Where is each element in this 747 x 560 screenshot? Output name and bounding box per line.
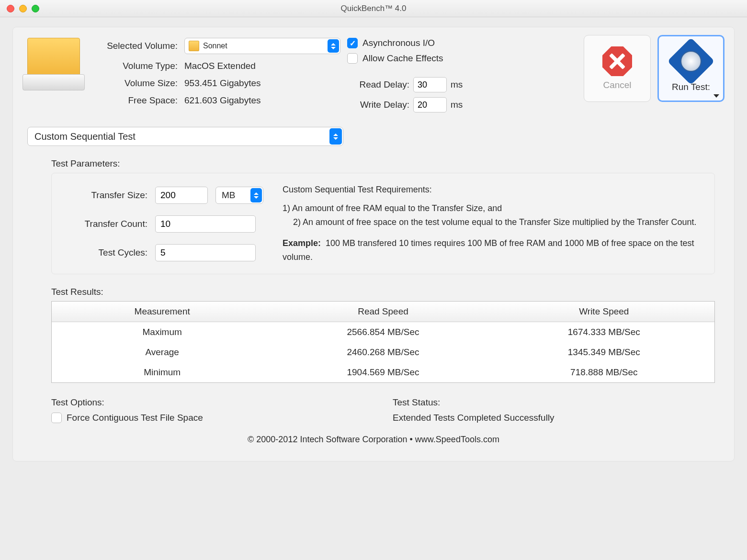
selected-volume-label: Selected Volume: xyxy=(91,41,178,51)
read-delay-input[interactable] xyxy=(413,77,447,92)
dropdown-stepper-icon xyxy=(250,188,262,202)
test-results-label: Test Results: xyxy=(51,287,724,297)
results-header-measurement: Measurement xyxy=(52,302,272,322)
cancel-icon xyxy=(602,46,632,76)
async-io-label: Asynchronous I/O xyxy=(362,38,435,48)
run-test-button[interactable]: Run Test: xyxy=(657,35,724,102)
test-options-label: Test Options: xyxy=(51,397,374,408)
drive-icon xyxy=(23,38,85,100)
test-status-group: Test Status: Extended Tests Completed Su… xyxy=(393,397,715,423)
app-window: QuickBench™ 4.0 Selected Volume: Sonnet xyxy=(0,0,747,466)
transfer-size-input[interactable] xyxy=(155,187,208,204)
dropdown-stepper-icon xyxy=(329,128,342,145)
test-type-select[interactable]: Custom Sequential Test xyxy=(27,127,343,146)
test-options-group: Test Options: Force Contiguous Test File… xyxy=(51,397,374,423)
requirements-line-2: 2) An amount of free space on the test v… xyxy=(283,215,705,229)
io-options: Asynchronous I/O Allow Cache Effects Rea… xyxy=(347,35,515,112)
requirements-title: Custom Sequential Test Requirements: xyxy=(283,183,705,197)
async-io-checkbox[interactable] xyxy=(347,38,358,48)
volume-type-label: Volume Type: xyxy=(91,61,178,71)
test-parameters-group: Transfer Size: MB Transfer Count: xyxy=(51,173,715,274)
test-parameters-label: Test Parameters: xyxy=(51,158,724,169)
async-io-checkbox-row: Asynchronous I/O xyxy=(347,38,515,48)
requirements-line-1: 1) An amount of free RAM equal to the Tr… xyxy=(283,202,705,215)
cancel-button-label: Cancel xyxy=(603,80,631,90)
results-table: Measurement Read Speed Write Speed Maxim… xyxy=(51,301,715,383)
volume-info: Selected Volume: Sonnet Volume Type: Mac… xyxy=(91,35,340,106)
test-status-text: Extended Tests Completed Successfully xyxy=(393,413,715,423)
title-bar: QuickBench™ 4.0 xyxy=(0,0,747,17)
test-cycles-label: Test Cycles: xyxy=(61,247,147,258)
cache-effects-checkbox[interactable] xyxy=(347,53,358,64)
table-row: Average 2460.268 MB/Sec 1345.349 MB/Sec xyxy=(52,342,714,362)
volume-select[interactable]: Sonnet xyxy=(184,38,340,54)
transfer-size-unit-value: MB xyxy=(222,190,236,201)
transfer-count-label: Transfer Count: xyxy=(61,219,147,229)
force-contiguous-label: Force Contiguous Test File Space xyxy=(67,413,203,423)
volume-type-value: MacOS Extended xyxy=(184,61,256,71)
results-header-row: Measurement Read Speed Write Speed xyxy=(52,302,714,322)
dropdown-stepper-icon xyxy=(328,39,339,53)
test-cycles-input[interactable] xyxy=(155,244,256,261)
example-label: Example: xyxy=(283,238,321,248)
read-delay-unit: ms xyxy=(451,79,463,90)
window-title: QuickBench™ 4.0 xyxy=(0,4,747,13)
requirements-text: Custom Sequential Test Requirements: 1) … xyxy=(278,183,705,264)
write-delay-input[interactable] xyxy=(413,97,447,112)
results-header-write: Write Speed xyxy=(494,302,714,322)
write-delay-unit: ms xyxy=(451,100,463,110)
transfer-count-input[interactable] xyxy=(155,215,256,233)
volume-size-value: 953.451 Gigabytes xyxy=(184,78,261,89)
cache-effects-checkbox-row: Allow Cache Effects xyxy=(347,53,515,64)
transfer-size-unit-select[interactable]: MB xyxy=(215,187,263,204)
results-header-read: Read Speed xyxy=(272,302,493,322)
read-delay-label: Read Delay: xyxy=(347,79,409,90)
free-space-value: 621.603 Gigabytes xyxy=(184,95,261,106)
example-text: 100 MB transfered 10 times requires 100 … xyxy=(283,238,694,262)
volume-size-label: Volume Size: xyxy=(91,78,178,89)
volume-select-value: Sonnet xyxy=(203,42,227,50)
table-row: Maximum 2566.854 MB/Sec 1674.333 MB/Sec xyxy=(52,322,714,342)
cache-effects-label: Allow Cache Effects xyxy=(362,53,443,64)
chevron-down-icon xyxy=(713,94,719,98)
write-delay-label: Write Delay: xyxy=(347,100,409,110)
footer-text: © 2000-2012 Intech Software Corporation … xyxy=(23,423,724,453)
cancel-button[interactable]: Cancel xyxy=(584,35,651,102)
stopwatch-icon xyxy=(668,38,715,85)
force-contiguous-checkbox[interactable] xyxy=(51,413,62,423)
free-space-label: Free Space: xyxy=(91,95,178,106)
test-type-value: Custom Sequential Test xyxy=(34,131,136,142)
test-status-label: Test Status: xyxy=(393,397,715,408)
table-row: Minimum 1904.569 MB/Sec 718.888 MB/Sec xyxy=(52,362,714,382)
transfer-size-label: Transfer Size: xyxy=(61,190,147,201)
volume-icon xyxy=(189,41,199,51)
